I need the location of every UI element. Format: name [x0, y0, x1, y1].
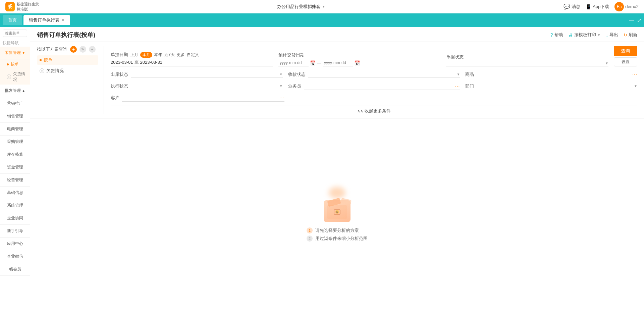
tab-home[interactable]: 首页	[3, 15, 22, 25]
collapse-scheme-btn[interactable]: «	[89, 46, 96, 53]
sidebar-subitem-press-order[interactable]: 按单	[0, 59, 30, 69]
search-btn[interactable]: 查询	[614, 46, 637, 56]
sidebar-item-purchase[interactable]: 采购管理	[0, 136, 30, 148]
sidebar: 快捷导航 零售管理 ▼ 按单 ○ 欠货情况 批发管理 ▲ 营销推广 销售管理 电	[0, 27, 30, 310]
collapse-btn[interactable]: ∧∧ 收起更多条件	[357, 108, 391, 114]
sidebar-item-inventory[interactable]: 库存核算	[0, 148, 30, 161]
app-download-btn[interactable]: 📱 App下载	[586, 4, 609, 10]
delivery-calendar-start-icon[interactable]: 📅	[310, 60, 316, 66]
box-face-icon: 😐	[335, 210, 339, 214]
refresh-btn[interactable]: ↻ 刷新	[624, 32, 637, 38]
print-dropdown-icon[interactable]: ▼	[597, 33, 601, 37]
exec-status-select[interactable]: ▼	[131, 83, 283, 89]
print-btn[interactable]: 🖨 按模板打印 ▼	[569, 32, 601, 38]
empty-step1: 1 请先选择要分析的方案	[307, 227, 368, 234]
dept-arrow: ▼	[634, 84, 637, 88]
add-scheme-btn[interactable]: +	[70, 46, 77, 53]
sidebar-item-ecommerce[interactable]: 电商管理	[0, 123, 30, 136]
empty-steps: 1 请先选择要分析的方案 2 用过滤条件来缩小分析范围	[307, 227, 368, 244]
sidebar-item-new-guide[interactable]: 新手引导	[0, 225, 30, 238]
filter-area: 按以下方案查询 + ✎ « 按单 ○ 欠货情况	[30, 42, 644, 118]
delivery-calendar-end-icon[interactable]: 📅	[354, 60, 360, 66]
receipt-status-select[interactable]: ▼	[308, 71, 460, 78]
box-face-inner: 😐	[334, 209, 340, 215]
goods-label: 商品	[465, 71, 474, 78]
sidebar-nav-title: 快捷导航	[0, 38, 30, 47]
page-header-actions: ? 帮助 🖨 按模板打印 ▼ ↓ 导出 ↻ 刷新	[550, 32, 637, 38]
print-icon: 🖨	[569, 33, 573, 38]
step2-num: 2	[307, 236, 313, 242]
tab-close-icon[interactable]: ✕	[61, 18, 65, 22]
sidebar-subitem-debt[interactable]: ○ 欠货情况	[0, 69, 30, 85]
delivery-end-input[interactable]	[323, 59, 353, 66]
top-bar-right: 💬 消息 📱 App下载 Ea demo2	[564, 2, 639, 11]
filter-delivery-date-field: 预计交货日期 📅 — 📅	[278, 52, 441, 66]
logo-area: 畅 畅捷通好生意 标准版	[5, 2, 39, 11]
industry-dropdown-icon[interactable]: ▼	[322, 5, 325, 8]
delivery-separator: —	[317, 60, 321, 65]
out-status-select[interactable]: ▼	[131, 71, 283, 78]
settings-btn[interactable]: 设置	[614, 57, 637, 66]
date-start-value: 2023-03-01	[111, 60, 133, 65]
sidebar-item-marketing[interactable]: 营销推广	[0, 97, 30, 110]
delivery-date-label: 预计交货日期	[278, 52, 305, 57]
sidebar-item-system[interactable]: 系统管理	[0, 199, 30, 212]
sidebar-item-corp-wechat[interactable]: 企业微信	[0, 250, 30, 263]
goods-more-icon[interactable]: ···	[632, 71, 637, 77]
sidebar-item-member[interactable]: 畅会员	[0, 263, 30, 276]
scheme-item-label: 按单	[44, 57, 52, 63]
date-pill-this-month[interactable]: 本月	[140, 52, 152, 58]
dept-select[interactable]: ▼	[477, 83, 637, 89]
box-glow	[329, 187, 345, 199]
industry-selector[interactable]: 办公用品行业模拟账套 ▼	[251, 4, 352, 10]
sidebar-item-app-center[interactable]: 应用中心	[0, 238, 30, 250]
table-area: 😐 1 请先选择要分析的方案 2 用过滤条件来缩小分析范围	[30, 118, 644, 310]
sidebar-item-basic[interactable]: 基础信息	[0, 187, 30, 199]
order-status-label: 单据状态	[446, 54, 464, 59]
export-btn[interactable]: ↓ 导出	[606, 32, 619, 38]
date-pill-this-year[interactable]: 本年	[154, 52, 162, 58]
delivery-start-input[interactable]	[278, 59, 309, 66]
tab-bar-actions: — ⤢	[629, 17, 641, 23]
date-pill-custom[interactable]: 自定义	[187, 52, 199, 58]
message-icon: 💬	[564, 3, 570, 10]
user-profile[interactable]: Ea demo2	[614, 2, 639, 11]
filter-exec-status: 执行状态 ▼	[111, 82, 283, 90]
search-actions: 查询 设置	[614, 46, 637, 66]
industry-select-label[interactable]: 办公用品行业模拟账套	[277, 4, 321, 10]
customer-more-icon[interactable]: ···	[279, 95, 284, 100]
page-header: 销售订单执行表(按单) ? 帮助 🖨 按模板打印 ▼ ↓ 导出 ↻ 刷新	[30, 27, 644, 42]
sidebar-item-corp-collab[interactable]: 企业协同	[0, 212, 30, 225]
salesperson-more-icon[interactable]: ···	[455, 83, 460, 89]
exec-status-label: 执行状态	[111, 83, 128, 89]
order-status-arrow: ▼	[605, 61, 608, 65]
message-btn[interactable]: 💬 消息	[564, 3, 580, 10]
sidebar-item-finance[interactable]: 资金管理	[0, 161, 30, 174]
sidebar-item-zero-retail[interactable]: 零售管理 ▼	[0, 47, 30, 59]
sidebar-sub-zero-retail: 按单 ○ 欠货情况	[0, 59, 30, 85]
tab-minimize-icon[interactable]: —	[629, 17, 634, 23]
filter-controls: 单据日期 上月 本月 本年 近7天 更多 自定义 2023-03-01 至	[104, 46, 637, 114]
scheme-item-by-single[interactable]: 按单	[37, 55, 98, 65]
edit-scheme-btn[interactable]: ✎	[79, 46, 86, 53]
logo-text: 畅捷通好生意 标准版	[17, 2, 39, 11]
filter-scheme-title: 按以下方案查询	[37, 46, 67, 52]
logo-icon: 畅	[5, 2, 15, 11]
sidebar-item-sales[interactable]: 销售管理	[0, 110, 30, 123]
scheme-item-debt[interactable]: ○ 欠货情况	[37, 66, 98, 75]
order-status-select[interactable]: ▼	[446, 61, 608, 66]
sidebar-item-wholesale[interactable]: 批发管理 ▲	[0, 85, 30, 97]
out-status-arrow: ▼	[279, 72, 283, 76]
date-pill-more[interactable]: 更多	[177, 52, 185, 58]
top-bar: 畅 畅捷通好生意 标准版 办公用品行业模拟账套 ▼ 💬 消息 📱 App下载 E…	[0, 0, 644, 13]
expand-icon: ▼	[22, 51, 25, 55]
tab-expand-icon[interactable]: ⤢	[637, 17, 641, 23]
search-input[interactable]	[3, 30, 27, 37]
tab-sales-exec[interactable]: 销售订单执行表 ✕	[23, 15, 70, 25]
date-pill-7days[interactable]: 近7天	[164, 52, 175, 58]
help-btn[interactable]: ? 帮助	[550, 32, 563, 38]
filter-row2: 出库状态 ▼ 收款状态 ▼	[111, 70, 637, 78]
date-pill-prev-month[interactable]: 上月	[130, 52, 138, 58]
filter-layout: 按以下方案查询 + ✎ « 按单 ○ 欠货情况	[37, 46, 637, 114]
sidebar-item-operations[interactable]: 经营管理	[0, 174, 30, 187]
